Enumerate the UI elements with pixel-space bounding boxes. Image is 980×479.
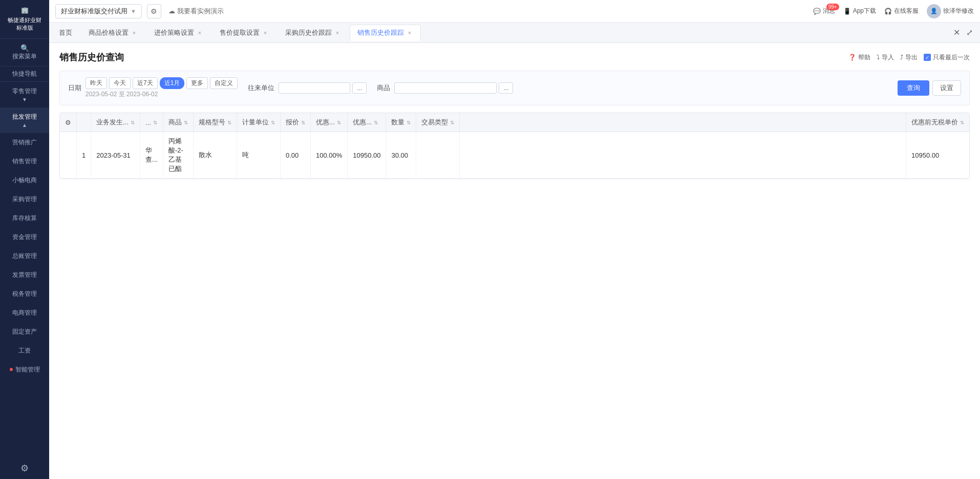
date-more-btn[interactable]: 更多: [186, 77, 208, 89]
sidebar-item-purchase[interactable]: 采购管理: [0, 190, 49, 209]
close-icon[interactable]: ×: [196, 29, 203, 36]
chevron-down-icon: ▼: [131, 8, 136, 14]
tab-sales-history[interactable]: 销售历史价跟踪 ×: [350, 25, 421, 41]
search-menu[interactable]: 🔍 搜索菜单: [0, 39, 49, 67]
th-spec[interactable]: 规格型号 ⇅: [193, 113, 237, 132]
th-gear[interactable]: ⚙: [60, 113, 77, 132]
row-more-cell: 华查...: [140, 132, 163, 179]
help-button[interactable]: ❓ 帮助: [848, 53, 870, 62]
tab-label: 售价提取设置: [220, 28, 260, 37]
row-spacer-cell: [460, 132, 906, 179]
date-last7-btn[interactable]: 近7天: [133, 77, 158, 89]
sort-icon: ⇅: [407, 120, 411, 125]
topbar-right: 💬 消息 99+ 📱 App下载 🎧 在线客服 👤 徐泽华修改: [813, 4, 974, 18]
sidebar-item-inventory[interactable]: 库存核算: [0, 209, 49, 228]
user-menu[interactable]: 👤 徐泽华修改: [927, 4, 974, 18]
sidebar-item-wholesale[interactable]: 批发管理 ▲: [0, 107, 49, 133]
main-area: 好业财标准版交付试用 ▼ ⚙ ☁ 我要看实例演示 💬 消息 99+ 📱 App下…: [49, 0, 980, 479]
from-unit-input[interactable]: [279, 82, 350, 94]
sidebar-item-smart[interactable]: 智能管理: [0, 360, 49, 379]
sidebar-item-marketing[interactable]: 营销推广: [0, 133, 49, 152]
sidebar-item-assets[interactable]: 固定资产: [0, 322, 49, 341]
tab-price-setting[interactable]: 商品价格设置 ×: [81, 25, 145, 41]
th-unit[interactable]: 计量单位 ⇅: [237, 113, 280, 132]
sidebar-settings-button[interactable]: ⚙: [0, 458, 49, 479]
sidebar-item-invoice[interactable]: 发票管理: [0, 266, 49, 285]
online-service-button[interactable]: 🎧 在线客服: [884, 7, 919, 15]
gear-icon: ⚙: [20, 463, 29, 473]
sidebar-item-tax[interactable]: 税务管理: [0, 285, 49, 303]
module-settings-button[interactable]: ⚙: [147, 4, 161, 18]
sidebar-item-ecommerce-light[interactable]: 小畅电商: [0, 171, 49, 190]
sidebar-item-label: 批发管理: [12, 113, 37, 121]
date-last1m-btn[interactable]: 近1月: [160, 77, 185, 89]
sort-icon: ⇅: [337, 120, 341, 125]
row-biz-date-cell: 2023-05-31: [91, 132, 140, 179]
th-biz-date[interactable]: 业务发生... ⇅: [91, 113, 140, 132]
sidebar-item-label: 资金管理: [12, 233, 37, 242]
row-price-cell: 0.00: [280, 132, 310, 179]
th-quantity[interactable]: 数量 ⇅: [386, 113, 416, 132]
export-button[interactable]: ⤴ 导出: [900, 53, 918, 62]
sidebar-item-ledger[interactable]: 总账管理: [0, 247, 49, 266]
product-picker-button[interactable]: ...: [499, 82, 513, 94]
messages-button[interactable]: 💬 消息 99+: [813, 7, 835, 15]
red-dot: [10, 368, 13, 371]
sort-icon: ⇅: [271, 120, 275, 125]
settings-button[interactable]: 设置: [932, 80, 961, 96]
product-input-wrap: ...: [394, 82, 513, 94]
app-download-button[interactable]: 📱 App下载: [843, 7, 876, 15]
th-more[interactable]: ... ⇅: [140, 113, 163, 132]
dot-indicator: 智能管理: [10, 365, 40, 374]
tab-price-strategy[interactable]: 进价策略设置 ×: [146, 25, 211, 41]
sort-icon: ⇅: [960, 120, 964, 125]
th-pretax-price[interactable]: 优惠前无税单价 ⇅: [906, 113, 970, 132]
tab-purchase-history[interactable]: 采购历史价跟踪 ×: [278, 25, 349, 41]
query-button[interactable]: 查询: [898, 80, 929, 96]
sort-icon: ⇅: [153, 120, 157, 125]
product-filter-group: 商品 ...: [377, 82, 513, 94]
th-trans-type[interactable]: 交易类型 ⇅: [416, 113, 460, 132]
maximize-tab-button[interactable]: ⤢: [964, 27, 975, 38]
sidebar-logo: 🏢 畅捷通好业财 标准版: [0, 0, 49, 39]
th-discount-rate[interactable]: 优惠... ⇅: [310, 113, 347, 132]
module-selector[interactable]: 好业财标准版交付试用 ▼: [55, 4, 142, 18]
sidebar-item-label: 库存核算: [12, 214, 37, 223]
product-input[interactable]: [394, 82, 497, 94]
sidebar-item-label: 工资: [18, 346, 31, 355]
quick-nav[interactable]: 快捷导航: [0, 67, 49, 82]
chevron-icon: ▲: [22, 122, 27, 128]
only-last-checkbox[interactable]: [924, 54, 931, 61]
sidebar-item-ecommerce[interactable]: 电商管理: [0, 303, 49, 322]
help-icon: ❓: [848, 54, 856, 61]
date-yesterday-btn[interactable]: 昨天: [86, 77, 107, 89]
page-actions: ❓ 帮助 ⤵ 导入 ⤴ 导出 只看最后一次: [848, 53, 970, 62]
close-icon[interactable]: ×: [334, 29, 341, 36]
th-num: [77, 113, 91, 132]
close-icon[interactable]: ×: [131, 29, 138, 36]
sidebar-item-sales[interactable]: 销售管理: [0, 152, 49, 171]
th-price[interactable]: 报价 ⇅: [280, 113, 310, 132]
date-custom-btn[interactable]: 自定义: [210, 77, 238, 89]
from-unit-picker-button[interactable]: ...: [352, 82, 367, 94]
th-discount-price[interactable]: 优惠... ⇅: [348, 113, 386, 132]
close-icon[interactable]: ×: [262, 29, 269, 36]
page-title: 销售历史价查询: [59, 51, 124, 63]
th-product[interactable]: 商品 ⇅: [163, 113, 193, 132]
close-tab-button[interactable]: ✕: [951, 27, 962, 38]
import-button[interactable]: ⤵ 导入: [877, 53, 894, 62]
date-today-btn[interactable]: 今天: [109, 77, 131, 89]
tab-price-extract[interactable]: 售价提取设置 ×: [212, 25, 276, 41]
demo-link[interactable]: ☁ 我要看实例演示: [168, 7, 224, 16]
row-discount-rate-cell: 100.00%: [310, 132, 347, 179]
tab-home[interactable]: 首页: [51, 25, 80, 41]
sidebar-item-salary[interactable]: 工资: [0, 341, 49, 360]
logo-icon: 🏢: [4, 6, 45, 15]
sort-icon: ⇅: [227, 120, 231, 125]
close-icon[interactable]: ×: [406, 29, 413, 36]
sidebar-item-finance[interactable]: 资金管理: [0, 228, 49, 247]
headset-icon: 🎧: [884, 8, 892, 15]
sidebar-item-retail[interactable]: 零售管理 ▼: [0, 82, 49, 107]
only-last-checkbox-label[interactable]: 只看最后一次: [924, 53, 970, 62]
messages-badge: 99+: [826, 4, 839, 10]
